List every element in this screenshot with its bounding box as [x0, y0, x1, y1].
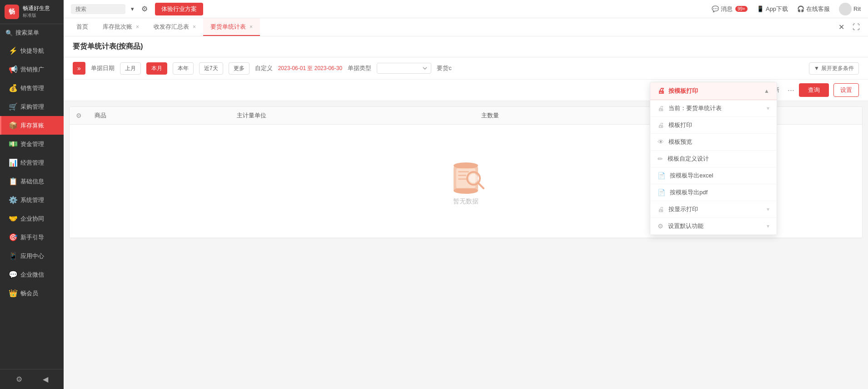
tabbar: 首页 库存批次账 × 收发存汇总表 × 要货单统计表 × ✕ ⛶ [64, 18, 868, 36]
dropdown-export-pdf[interactable]: 📄 按模板导出pdf [650, 184, 777, 201]
date-current-year[interactable]: 本年 [173, 62, 194, 75]
app-name: 畅通好生意 [23, 5, 50, 12]
dropdown-template-design[interactable]: ✏ 模板自定义设计 [650, 151, 777, 167]
headset-icon: 🎧 [797, 5, 804, 12]
topbar-settings-icon[interactable]: ⚙ [141, 5, 148, 13]
guide-icon: 🎯 [9, 233, 17, 242]
app-center-icon: 📱 [9, 252, 17, 260]
svg-point-3 [454, 187, 478, 194]
filter-expand-button[interactable]: » [73, 62, 85, 75]
col-product: 商品 [88, 107, 230, 125]
tab-order-stats[interactable]: 要货单统计表 × [203, 18, 260, 36]
filter-bar: » 单据日期 上月 本月 本年 近7天 更多 自定义 2023-06-01 至 … [64, 57, 868, 80]
svg-point-2 [454, 162, 478, 169]
topbar-search-input[interactable] [71, 4, 125, 14]
sidebar-item-member[interactable]: 👑 畅会员 [0, 284, 64, 303]
svg-rect-8 [458, 171, 469, 172]
collapse-icon[interactable]: ◀ [43, 375, 48, 384]
sidebar-item-app-center[interactable]: 📱 应用中心 [0, 247, 64, 265]
export-excel-icon: 📄 [658, 172, 665, 179]
marketing-icon: 📢 [9, 65, 17, 74]
messages-button[interactable]: 💬 消息 99+ [712, 5, 748, 13]
tab-close-all-icon[interactable]: ✕ [836, 23, 847, 31]
logo-icon: 畅 [5, 5, 19, 19]
current-template-icon: 🖨 [658, 105, 664, 112]
dropdown-current-template[interactable]: 🖨 当前：要货单统计表 ▾ [650, 100, 777, 117]
trial-button[interactable]: 体验行业方案 [155, 3, 203, 15]
tab-inventory-batch[interactable]: 库存批次账 × [95, 18, 146, 36]
system-icon: ⚙️ [9, 196, 17, 204]
sidebar-item-quick-nav[interactable]: ⚡ 快捷导航 [0, 41, 64, 60]
app-download-button[interactable]: 📱 App下载 [757, 5, 788, 13]
dropdown-header: 🖨 按模板打印 ▲ [650, 82, 777, 100]
svg-point-6 [469, 174, 478, 183]
sidebar-item-system[interactable]: ⚙️ 系统管理 [0, 191, 64, 209]
sidebar-item-sales[interactable]: 💰 销售管理 [0, 79, 64, 97]
topbar-dropdown[interactable]: ▾ [131, 5, 134, 12]
sidebar-item-inventory[interactable]: 📦 库存算账 [0, 116, 64, 135]
sidebar-item-purchase[interactable]: 🛒 采购管理 [0, 97, 64, 116]
type-select[interactable] [377, 63, 431, 74]
basics-icon: 📋 [9, 177, 17, 186]
sidebar-item-marketing[interactable]: 📢 营销推广 [0, 60, 64, 79]
user-avatar[interactable]: Rit [839, 3, 861, 15]
sidebar-item-operations[interactable]: 📊 经营管理 [0, 153, 64, 172]
dropdown-printer-icon: 🖨 [658, 87, 665, 95]
purchase-icon: 🛒 [9, 102, 17, 111]
svg-rect-9 [458, 175, 466, 176]
sidebar-item-basics[interactable]: 📋 基础信息 [0, 172, 64, 191]
type-label: 单据类型 [348, 64, 371, 72]
query-button[interactable]: 查询 [799, 83, 829, 97]
tab-close-order-stats[interactable]: × [249, 24, 253, 30]
sidebar-item-wechat[interactable]: 💬 企业微信 [0, 265, 64, 284]
dropdown-template-preview[interactable]: 👁 模板预览 [650, 134, 777, 151]
tab-close-inout-summary[interactable]: × [193, 24, 196, 30]
tab-inout-summary[interactable]: 收发存汇总表 × [146, 18, 203, 36]
date-last-month[interactable]: 上月 [120, 62, 141, 75]
main-content: ▾ ⚙ 体验行业方案 💬 消息 99+ 📱 App下载 🎧 在线客服 Rit [64, 0, 868, 389]
sidebar-item-collab[interactable]: 🤝 企业协同 [0, 209, 64, 228]
dropdown-export-excel[interactable]: 📄 按模板导出excel [650, 167, 777, 184]
app-badge: 标准版 [23, 12, 50, 19]
online-service-button[interactable]: 🎧 在线客服 [797, 5, 830, 13]
expand-icon: ▼ [814, 65, 819, 71]
dropdown-default-settings[interactable]: ⚙ 设置默认功能 ▾ [650, 218, 777, 235]
more-actions-icon[interactable]: ··· [788, 86, 794, 95]
display-print-icon: 🖨 [658, 206, 664, 213]
default-settings-arrow-icon: ▾ [767, 223, 769, 229]
inventory-icon: 📦 [9, 121, 17, 130]
tab-close-inventory-batch[interactable]: × [136, 24, 139, 30]
sidebar-bottom: ⚙ ◀ [0, 369, 64, 389]
sidebar: 畅 畅通好生意 标准版 🔍 搜索菜单 ⚡ 快捷导航 📢 营销推广 💰 销售管理 … [0, 0, 64, 389]
messages-badge: 99+ [735, 6, 748, 12]
empty-text: 暂无数据 [453, 197, 479, 206]
sales-icon: 💰 [9, 84, 17, 92]
date-more[interactable]: 更多 [229, 62, 249, 75]
sidebar-item-guide[interactable]: 🎯 新手引导 [0, 228, 64, 247]
settings-bottom-icon[interactable]: ⚙ [16, 375, 22, 384]
dropdown-collapse-icon[interactable]: ▲ [764, 88, 769, 94]
date-label: 单据日期 [91, 64, 115, 72]
table-settings-col: ⚙ [70, 107, 88, 125]
tab-expand-icon[interactable]: ⛶ [850, 23, 863, 31]
page: 要货单统计表(按商品) » 单据日期 上月 本月 本年 近7天 更多 自定义 2… [64, 36, 868, 389]
dropdown-arrow-icon: ▾ [131, 5, 134, 12]
dropdown-header-left: 🖨 按模板打印 [658, 87, 698, 95]
print-dropdown-menu: 🖨 按模板打印 ▲ 🖨 当前：要货单统计表 ▾ 🖨 模板打印 👁 模板预览 ✏ [650, 82, 777, 235]
column-settings-icon[interactable]: ⚙ [76, 112, 82, 119]
dropdown-template-print[interactable]: 🖨 模板打印 [650, 117, 777, 134]
settings-button[interactable]: 设置 [833, 83, 859, 97]
template-print-icon: 🖨 [658, 121, 664, 129]
date-7days[interactable]: 近7天 [199, 62, 223, 75]
tab-home[interactable]: 首页 [69, 18, 95, 36]
svg-rect-10 [458, 178, 467, 180]
date-current-month[interactable]: 本月 [146, 62, 167, 75]
page-title: 要货单统计表(按商品) [73, 42, 859, 51]
dropdown-display-print[interactable]: 🖨 按显示打印 ▾ [650, 201, 777, 218]
search-icon: 🔍 [5, 30, 13, 36]
collab-icon: 🤝 [9, 214, 17, 223]
custom-label: 自定义 [255, 64, 273, 72]
sidebar-search[interactable]: 🔍 搜索菜单 [0, 24, 64, 41]
expand-more-button[interactable]: ▼ 展开更多条件 [809, 62, 859, 75]
sidebar-item-finance[interactable]: 💵 资金管理 [0, 135, 64, 153]
